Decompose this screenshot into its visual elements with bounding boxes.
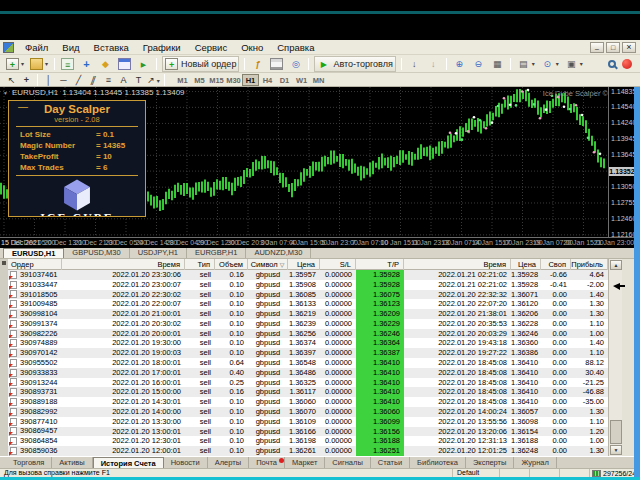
history-row[interactable]: 3909822262022.01.20 20:00:01sell0.10gbpu… [8,329,608,339]
column-header[interactable]: Тип [185,259,215,270]
cursor-tool-button[interactable] [4,74,19,86]
scroll-up-icon[interactable]: ▲ [610,260,622,270]
column-header[interactable]: Ордер [8,259,62,270]
history-row[interactable]: 3909555022022.01.20 18:00:01sell0.64gbpu… [8,358,608,368]
terminal-tab[interactable]: Алерты [208,457,249,468]
terminal-tab[interactable]: Новости [164,457,208,468]
terminal-tab[interactable]: Библиотека [410,457,466,468]
timeframe-m30[interactable]: M30 [225,74,242,86]
terminal-tab[interactable]: История Счета [93,457,164,468]
close-icon[interactable] [622,42,636,53]
metaeditor-button[interactable] [248,56,267,72]
terminal-dock-handle[interactable] [0,259,8,456]
column-header[interactable]: Прибыль [571,259,608,270]
tile-windows-button[interactable] [488,56,507,72]
price-scale[interactable]: 1.13352 1.148351.145401.142401.139451.13… [608,87,634,237]
history-row[interactable]: 3909748892022.01.20 19:30:00sell0.10gbpu… [8,338,608,348]
terminal-tab[interactable]: Статьи [371,457,410,468]
search-icon[interactable] [608,60,616,68]
timeframe-w1[interactable]: W1 [293,74,310,86]
new-chart-button[interactable] [3,56,27,72]
column-header[interactable]: S/L [320,259,356,270]
chart-tab[interactable]: EURUSD,H1 [3,248,64,258]
zoom-out-button[interactable] [469,56,488,72]
menu-item-0[interactable]: Файл [18,41,55,54]
history-row[interactable]: 3908937312022.01.20 15:00:00sell0.16gbpu… [8,387,608,397]
indicators-button[interactable] [405,56,424,72]
column-header[interactable]: Объем [215,259,248,270]
history-row[interactable]: 3908590362022.01.20 12:00:01sell0.10gbpu… [8,446,608,456]
templates-button[interactable] [514,56,538,72]
new-order-button[interactable]: Новый ордер [162,56,239,72]
history-row[interactable]: 3909338332022.01.20 17:00:01sell0.40gbpu… [8,368,608,378]
terminal-button[interactable] [115,56,134,72]
restore-icon[interactable] [606,42,620,53]
print-preview-button[interactable] [286,56,305,72]
column-header[interactable]: Цена [511,259,541,270]
data-window-button[interactable] [77,56,96,72]
column-header[interactable]: Время [404,259,511,270]
label-tool-button[interactable]: T [131,74,146,86]
history-row[interactable]: 3910185052022.01.20 22:30:02sell0.10gbpu… [8,290,608,300]
vertical-line-tool-button[interactable] [41,74,56,86]
history-row[interactable]: 3909913742022.01.20 20:30:02sell0.10gbpu… [8,319,608,329]
timeframe-h4[interactable]: H4 [259,74,276,86]
notification-badge[interactable] [622,59,632,69]
history-row[interactable]: 3908891882022.01.20 14:30:01sell0.10gbpu… [8,397,608,407]
menu-item-1[interactable]: Вид [55,41,86,54]
scrollbar-thumb[interactable] [610,420,622,444]
timeframe-h1[interactable]: H1 [242,74,259,86]
terminal-tab[interactable]: Эксперты [466,457,515,468]
column-header[interactable]: Время [62,259,185,270]
terminal-tab[interactable]: Маркет [285,457,325,468]
terminal-tab[interactable]: Почта [249,457,285,468]
time-scale[interactable]: 15 Dec 202117 Dec 05:0020 Dec 13:0021 De… [0,237,640,248]
column-header[interactable]: Своп [541,259,571,270]
menu-item-4[interactable]: Сервис [188,41,235,54]
column-header[interactable]: Символ▽ [248,259,288,270]
history-row[interactable]: 3908829922022.01.20 14:00:00sell0.10gbpu… [8,407,608,417]
menu-item-5[interactable]: Окно [234,41,270,54]
column-header[interactable]: Цена [288,259,320,270]
minimize-icon[interactable] [590,42,604,53]
history-row[interactable]: 3908774102022.01.20 13:30:00sell0.10gbpu… [8,417,608,427]
indicator-list-button[interactable] [424,56,443,72]
market-watch-button[interactable] [58,56,77,72]
timeframe-m5[interactable]: M5 [191,74,208,86]
history-row[interactable]: 3908648542022.01.20 12:30:01sell0.10gbpu… [8,436,608,446]
chart-tab[interactable]: USDJPY,H1 [130,248,187,258]
timeframe-mn[interactable]: MN [310,74,327,86]
history-row[interactable]: 3910374612022.01.20 23:30:06sell0.16gbpu… [8,270,608,280]
panel-collapse-icon[interactable]: — [18,101,28,112]
timeframe-m15[interactable]: M15 [208,74,225,86]
menu-item-2[interactable]: Вставка [87,41,136,54]
terminal-tab[interactable]: Сигналы [325,457,370,468]
autotrade-button[interactable]: Авто-торговля [314,56,395,72]
arrows-tool-button[interactable] [146,74,161,86]
terminal-tab[interactable]: Журнал [514,457,556,468]
zoom-in-button[interactable] [450,56,469,72]
channel-tool-button[interactable] [86,74,101,86]
history-row[interactable]: 3909981042022.01.20 21:00:01sell0.10gbpu… [8,309,608,319]
chart-tab[interactable]: AUDNZD,M30 [246,248,311,258]
chart-quick-menu-icon[interactable] [3,88,8,97]
print-button[interactable] [267,56,286,72]
text-tool-button[interactable]: A [116,74,131,86]
column-header[interactable]: T/P [356,259,404,270]
menu-item-3[interactable]: Графики [136,41,188,54]
chart-tab[interactable]: EURGBP,H1 [187,248,246,258]
fibonacci-tool-button[interactable] [101,74,116,86]
history-row[interactable]: 3909701422022.01.20 19:00:03sell0.10gbpu… [8,348,608,358]
trendline-tool-button[interactable] [71,74,86,86]
timeframe-m1[interactable]: M1 [174,74,191,86]
timeframe-d1[interactable]: D1 [276,74,293,86]
history-row[interactable]: 3910094852022.01.20 22:00:07sell0.10gbpu… [8,299,608,309]
screenshot-button[interactable] [562,56,586,72]
periods-button[interactable] [538,56,562,72]
navigator-button[interactable] [96,56,115,72]
history-row[interactable]: 3910334472022.01.20 23:00:07sell0.10gbpu… [8,280,608,290]
chart-area[interactable]: EURUSD,H1 1.13404 1.13445 1.13385 1.1340… [0,87,640,237]
horizontal-line-tool-button[interactable] [56,74,71,86]
terminal-tab[interactable]: Торговля [6,457,52,468]
history-row[interactable]: 3908694572022.01.20 13:00:01sell0.10gbpu… [8,427,608,437]
